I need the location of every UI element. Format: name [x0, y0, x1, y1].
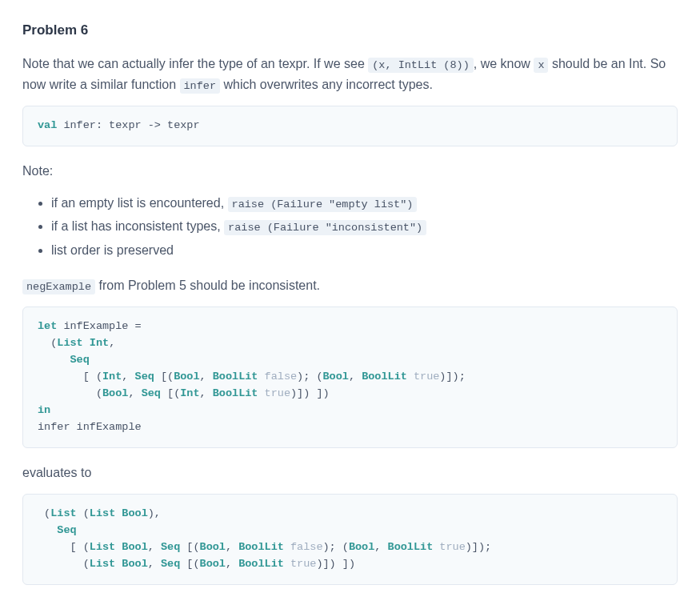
code-text [284, 541, 290, 553]
kw-val: val [38, 119, 57, 131]
code-text: , [148, 558, 161, 570]
code-text: infer infExample [38, 421, 142, 433]
code-text: ); ( [323, 541, 349, 553]
code-text: , [349, 371, 362, 383]
code-text: , [148, 541, 161, 553]
code-text: , [109, 337, 115, 349]
kw-bool: Bool [102, 387, 128, 399]
note-label: Note: [22, 161, 678, 182]
evaluates-label: evaluates to [22, 463, 678, 483]
kw-int: Int [102, 371, 122, 383]
code-text: [( [161, 387, 180, 399]
neg-example-text: from Problem 5 should be inconsistent. [95, 278, 320, 292]
intro-code-3: infer [180, 78, 221, 94]
kw-list: List [90, 541, 115, 553]
kw-bool: Bool [122, 558, 147, 570]
code-text [284, 558, 290, 570]
kw-boollit: BoolLit [388, 541, 434, 553]
lit-true: true [290, 558, 316, 570]
code-text: ); ( [297, 371, 322, 383]
kw-bool: Bool [174, 371, 199, 383]
code-text: ( [38, 387, 102, 399]
kw-bool: Bool [323, 371, 349, 383]
kw-boollit: BoolLit [238, 541, 284, 553]
note-list: if an empty list is encountered, raise (… [22, 193, 678, 261]
kw-int: Int [180, 387, 199, 399]
code-text: , [200, 371, 213, 383]
intro-code-2: x [534, 58, 548, 73]
code-text: [ ( [38, 371, 102, 383]
kw-seq: Seq [161, 558, 180, 570]
list-item: list order is preserved [51, 240, 678, 261]
bullet-text-1: if an empty list is encountered, [51, 196, 228, 210]
code-text [38, 524, 57, 536]
code-text: ( [38, 558, 90, 570]
kw-boollit: BoolLit [238, 558, 284, 570]
code-text [77, 507, 83, 519]
kw-boollit: BoolLit [213, 371, 258, 383]
lit-false: false [290, 541, 323, 553]
code-text: , [200, 387, 213, 399]
kw-seq: Seq [135, 371, 154, 383]
kw-seq: Seq [142, 387, 161, 399]
code-text: [( [154, 371, 174, 383]
code-text: )]) ]) [290, 387, 330, 399]
lit-true: true [414, 371, 439, 383]
code-text: , [122, 371, 134, 383]
result-codeblock: (List (List Bool), Seq [ (List Bool, Seq… [22, 494, 678, 585]
kw-bool: Bool [200, 558, 226, 570]
bullet-code-1: raise (Failure "empty list") [228, 197, 418, 212]
kw-list: List [50, 507, 76, 519]
bullet-text-3: list order is preserved [51, 243, 174, 257]
sig-rest: infer: texpr -> texpr [57, 119, 199, 131]
problem-heading: Problem 6 [22, 19, 678, 41]
bullet-code-2: raise (Failure "inconsistent") [224, 220, 426, 235]
code-text: , [226, 541, 238, 553]
intro-paragraph: Note that we can actually infer the type… [22, 54, 678, 94]
intro-code-1: (x, IntLit (8)) [368, 58, 474, 73]
list-item: if an empty list is encountered, raise (… [51, 193, 678, 214]
code-text: ( [38, 507, 50, 519]
code-text [407, 371, 414, 383]
kw-list: List [90, 507, 115, 519]
code-text: )]); [466, 541, 491, 553]
code-text: , [226, 558, 238, 570]
kw-bool: Bool [200, 541, 226, 553]
lit-true: true [265, 387, 290, 399]
kw-boollit: BoolLit [362, 371, 407, 383]
intro-text-4: which overwrites any incorrect types. [220, 78, 433, 91]
code-text: , [128, 387, 141, 399]
code-text: )]) ]) [316, 558, 355, 570]
kw-int: Int [90, 337, 109, 349]
neg-example-code: negExample [22, 279, 95, 294]
code-text: infExample = [57, 320, 141, 332]
kw-let: let [38, 320, 57, 332]
code-text [258, 387, 264, 399]
example-codeblock: let infExample = (List Int, Seq [ (Int, … [22, 306, 678, 447]
kw-seq: Seq [70, 354, 90, 366]
kw-list: List [57, 337, 82, 349]
list-item: if a list has inconsistent types, raise … [51, 216, 678, 237]
kw-seq: Seq [57, 524, 76, 536]
code-text: , [374, 541, 387, 553]
bullet-text-2: if a list has inconsistent types, [51, 219, 224, 233]
code-text: [( [180, 558, 199, 570]
code-text: [( [180, 541, 199, 553]
intro-text-1: Note that we can actually infer the type… [22, 57, 368, 70]
kw-seq: Seq [161, 541, 180, 553]
signature-codeblock: val infer: texpr -> texpr [22, 106, 678, 146]
kw-in: in [38, 404, 50, 416]
lit-true: true [439, 541, 465, 553]
kw-boollit: BoolLit [213, 387, 258, 399]
lit-false: false [265, 371, 298, 383]
kw-bool: Bool [122, 541, 147, 553]
code-text: ( [83, 507, 90, 519]
code-text: ( [38, 337, 57, 349]
neg-example-line: negExample from Problem 5 should be inco… [22, 275, 678, 296]
code-text: [ ( [38, 541, 90, 553]
intro-text-2: , we know [474, 57, 534, 70]
code-text [258, 371, 264, 383]
code-text: )]); [439, 371, 465, 383]
code-text: ), [148, 507, 161, 519]
kw-list: List [90, 558, 115, 570]
